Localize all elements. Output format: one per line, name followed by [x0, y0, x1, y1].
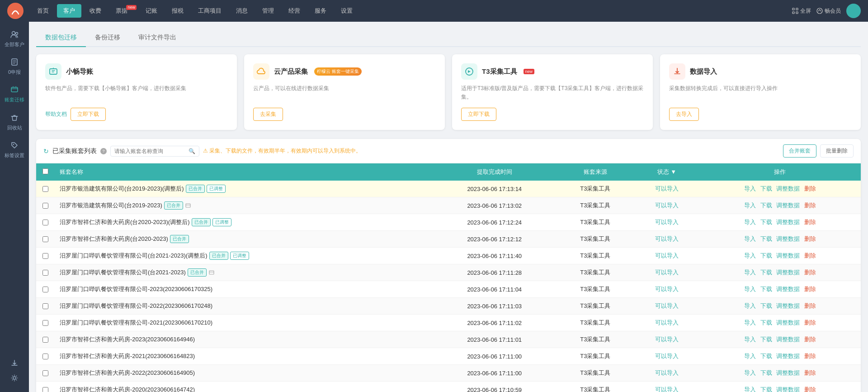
- adjust-data-link[interactable]: 调整数据: [776, 336, 800, 343]
- adjust-data-link[interactable]: 调整数据: [776, 219, 800, 225]
- nav-item-operation[interactable]: 经营: [282, 4, 307, 18]
- adjust-data-link[interactable]: 调整数据: [776, 302, 800, 309]
- download-link[interactable]: 下载: [760, 202, 772, 209]
- download-link[interactable]: 下载: [760, 269, 772, 276]
- adjust-data-link[interactable]: 调整数据: [776, 319, 800, 326]
- sidebar-item-account-migrate[interactable]: 账套迁移: [2, 81, 27, 106]
- download-link[interactable]: 下载: [760, 319, 772, 326]
- sidebar-item-zero-report[interactable]: 0申报: [2, 53, 27, 79]
- fullscreen-button[interactable]: 全屏: [792, 7, 811, 15]
- row-checkbox[interactable]: [42, 236, 48, 242]
- member-button[interactable]: 畅会员: [816, 7, 841, 15]
- delete-link[interactable]: 删除: [804, 386, 816, 392]
- adjust-data-link[interactable]: 调整数据: [776, 235, 800, 242]
- download-now-button-3[interactable]: 立即下载: [461, 108, 496, 121]
- delete-link[interactable]: 删除: [804, 336, 816, 343]
- row-checkbox[interactable]: [42, 370, 48, 376]
- import-link[interactable]: 导入: [744, 286, 756, 292]
- nav-item-customer[interactable]: 客户: [57, 4, 81, 18]
- delete-link[interactable]: 删除: [804, 286, 816, 292]
- adjust-data-link[interactable]: 调整数据: [776, 353, 800, 359]
- row-checkbox[interactable]: [42, 253, 48, 259]
- adjust-data-link[interactable]: 调整数据: [776, 269, 800, 276]
- sidebar-item-tag-settings[interactable]: 标签设置: [2, 136, 27, 162]
- import-link[interactable]: 导入: [744, 219, 756, 225]
- col-status[interactable]: 状态 ▼: [634, 163, 699, 181]
- nav-item-service[interactable]: 服务: [308, 4, 333, 18]
- delete-link[interactable]: 删除: [804, 235, 816, 242]
- import-link[interactable]: 导入: [744, 319, 756, 326]
- delete-link[interactable]: 删除: [804, 252, 816, 259]
- import-link[interactable]: 导入: [744, 235, 756, 242]
- import-link[interactable]: 导入: [744, 369, 756, 376]
- nav-item-message[interactable]: 消息: [230, 4, 254, 18]
- delete-link[interactable]: 删除: [804, 319, 816, 326]
- row-checkbox[interactable]: [42, 337, 48, 343]
- help-icon[interactable]: ?: [100, 148, 107, 154]
- nav-item-accounting[interactable]: 记账: [139, 4, 164, 18]
- delete-link[interactable]: 删除: [804, 369, 816, 376]
- adjust-data-link[interactable]: 调整数据: [776, 202, 800, 209]
- adjust-data-link[interactable]: 调整数据: [776, 185, 800, 192]
- import-link[interactable]: 导入: [744, 302, 756, 309]
- tab-audit-export[interactable]: 审计文件导出: [129, 29, 185, 47]
- download-link[interactable]: 下载: [760, 235, 772, 242]
- download-link[interactable]: 下载: [760, 286, 772, 292]
- delete-link[interactable]: 删除: [804, 302, 816, 309]
- adjust-data-link[interactable]: 调整数据: [776, 286, 800, 292]
- nav-item-invoice[interactable]: 票据 new: [109, 4, 137, 18]
- delete-link[interactable]: 删除: [804, 353, 816, 359]
- tab-data-migrate[interactable]: 数据包迁移: [36, 29, 86, 47]
- delete-link[interactable]: 删除: [804, 202, 816, 209]
- row-checkbox[interactable]: [42, 186, 48, 192]
- search-input[interactable]: [114, 148, 187, 154]
- row-checkbox[interactable]: [42, 387, 48, 392]
- delete-link[interactable]: 删除: [804, 185, 816, 192]
- download-link[interactable]: 下载: [760, 219, 772, 225]
- refresh-icon[interactable]: ↻: [43, 148, 49, 155]
- import-link[interactable]: 导入: [744, 269, 756, 276]
- nav-item-home[interactable]: 首页: [31, 4, 55, 18]
- search-icon[interactable]: 🔍: [189, 148, 195, 154]
- import-link[interactable]: 导入: [744, 202, 756, 209]
- merge-accounts-button[interactable]: 合并账套: [783, 144, 816, 158]
- row-checkbox[interactable]: [42, 354, 48, 359]
- adjust-data-link[interactable]: 调整数据: [776, 386, 800, 392]
- go-import-button[interactable]: 去导入: [669, 108, 699, 121]
- nav-item-settings[interactable]: 设置: [335, 4, 359, 18]
- row-checkbox[interactable]: [42, 203, 48, 209]
- sidebar-item-recycle[interactable]: 回收站: [2, 109, 27, 134]
- sidebar-settings-icon[interactable]: [10, 373, 19, 385]
- go-collect-button[interactable]: 去采集: [253, 108, 283, 121]
- row-checkbox[interactable]: [42, 270, 48, 276]
- delete-link[interactable]: 删除: [804, 269, 816, 276]
- import-link[interactable]: 导入: [744, 252, 756, 259]
- sidebar-item-all-customers[interactable]: 全部客户: [2, 25, 27, 51]
- row-checkbox[interactable]: [42, 287, 48, 292]
- import-link[interactable]: 导入: [744, 386, 756, 392]
- import-link[interactable]: 导入: [744, 185, 756, 192]
- download-link[interactable]: 下载: [760, 336, 772, 343]
- row-checkbox[interactable]: [42, 303, 48, 309]
- help-doc-link[interactable]: 帮助文档: [45, 110, 67, 118]
- nav-item-manage[interactable]: 管理: [256, 4, 280, 18]
- import-link[interactable]: 导入: [744, 353, 756, 359]
- app-logo[interactable]: [7, 3, 24, 19]
- nav-item-fee[interactable]: 收费: [83, 4, 108, 18]
- nav-item-business[interactable]: 工商项目: [192, 4, 228, 18]
- import-link[interactable]: 导入: [744, 336, 756, 343]
- download-now-button-1[interactable]: 立即下载: [71, 108, 106, 121]
- download-link[interactable]: 下载: [760, 369, 772, 376]
- download-link[interactable]: 下载: [760, 386, 772, 392]
- sidebar-download-icon[interactable]: [10, 359, 19, 370]
- download-link[interactable]: 下载: [760, 302, 772, 309]
- download-link[interactable]: 下载: [760, 353, 772, 359]
- row-checkbox[interactable]: [42, 320, 48, 326]
- nav-item-tax[interactable]: 报税: [165, 4, 190, 18]
- download-link[interactable]: 下载: [760, 185, 772, 192]
- delete-link[interactable]: 删除: [804, 219, 816, 225]
- row-checkbox[interactable]: [42, 220, 48, 225]
- download-link[interactable]: 下载: [760, 252, 772, 259]
- batch-delete-button[interactable]: 批量删除: [820, 144, 854, 158]
- adjust-data-link[interactable]: 调整数据: [776, 252, 800, 259]
